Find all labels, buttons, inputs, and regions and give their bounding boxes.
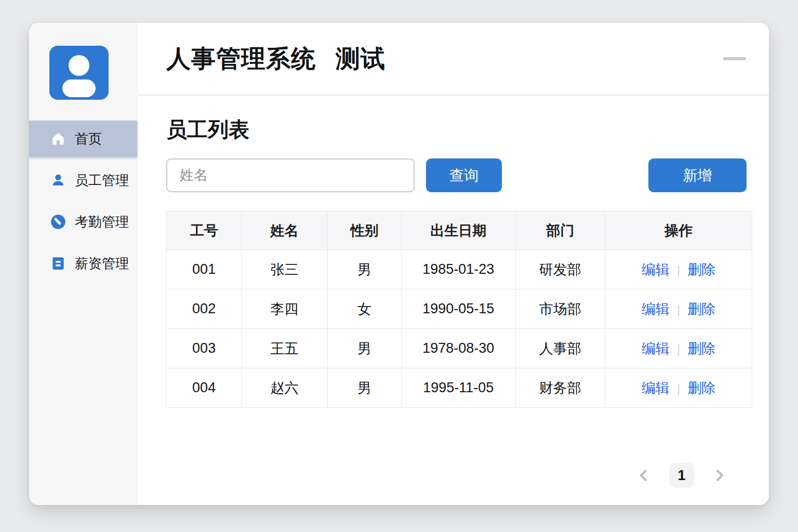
add-button[interactable]: 新增 — [648, 158, 747, 192]
cell-birthdate: 1990-05-15 — [401, 289, 515, 329]
previous-page-button[interactable] — [635, 467, 653, 484]
cell-name: 李四 — [242, 289, 328, 329]
cell-department: 研发部 — [515, 250, 605, 289]
sidebar-item-home[interactable]: 首页 — [29, 121, 137, 157]
cell-name: 王五 — [242, 329, 328, 368]
header-department: 部门 — [515, 211, 605, 250]
action-separator: | — [677, 263, 680, 277]
cell-gender: 男 — [327, 250, 401, 289]
home-icon — [50, 130, 66, 147]
delete-link[interactable]: 删除 — [687, 262, 715, 277]
header-gender: 性别 — [327, 211, 401, 250]
sidebar-item-salary[interactable]: 薪资管理 — [29, 245, 137, 282]
cell-birthdate: 1995-11-05 — [401, 368, 515, 408]
cell-name: 赵六 — [242, 368, 328, 408]
user-avatar-icon — [49, 46, 109, 100]
cell-gender: 女 — [327, 289, 401, 329]
cell-id: 002 — [167, 289, 242, 329]
main-area: 人事管理系统测试 员工列表 查询 新增 工号 — [138, 23, 769, 505]
cell-actions: 编辑|删除 — [605, 250, 752, 289]
edit-link[interactable]: 编辑 — [642, 341, 670, 356]
page-number[interactable]: 1 — [669, 463, 694, 488]
cell-id: 004 — [167, 368, 242, 408]
cell-actions: 编辑|删除 — [605, 289, 752, 329]
edit-link[interactable]: 编辑 — [642, 262, 670, 277]
header-birthdate: 出生日期 — [401, 211, 515, 250]
cell-actions: 编辑|删除 — [605, 368, 752, 408]
cell-gender: 男 — [327, 368, 401, 408]
cell-birthdate: 1978-08-30 — [401, 329, 515, 368]
name-search-input[interactable] — [166, 158, 415, 192]
avatar — [49, 46, 109, 100]
cell-id: 001 — [167, 250, 242, 289]
page-title: 员工列表 — [166, 115, 750, 144]
sidebar-item-employees[interactable]: 员工管理 — [29, 162, 137, 198]
sidebar-item-label: 员工管理 — [75, 171, 129, 190]
app-title-text: 人事管理系统 — [166, 45, 316, 72]
cell-department: 市场部 — [515, 289, 605, 329]
employee-table: 工号 姓名 性别 出生日期 部门 操作 001 张三 男 1985-01-23 — [166, 211, 752, 408]
cell-department: 人事部 — [515, 329, 605, 368]
sidebar-item-label: 薪资管理 — [75, 255, 129, 273]
action-separator: | — [677, 342, 680, 356]
sidebar-item-attendance[interactable]: 考勤管理 — [29, 204, 137, 240]
app-title: 人事管理系统测试 — [166, 43, 385, 75]
edit-link[interactable]: 编辑 — [642, 380, 670, 396]
titlebar: 人事管理系统测试 — [138, 23, 769, 96]
table-row: 001 张三 男 1985-01-23 研发部 编辑|删除 — [167, 250, 752, 289]
delete-link[interactable]: 删除 — [687, 301, 715, 317]
action-separator: | — [677, 381, 680, 395]
minimize-icon — [723, 57, 746, 60]
clock-icon — [50, 214, 66, 230]
chevron-left-icon — [636, 468, 651, 483]
pagination: 1 — [166, 463, 750, 488]
header-name: 姓名 — [242, 211, 328, 250]
minimize-button[interactable] — [723, 52, 746, 65]
edit-link[interactable]: 编辑 — [642, 301, 670, 317]
toolbar: 查询 新增 — [166, 158, 750, 192]
query-button[interactable]: 查询 — [426, 158, 502, 192]
table-header-row: 工号 姓名 性别 出生日期 部门 操作 — [167, 211, 752, 250]
sidebar: 首页 员工管理 考勤管理 — [29, 23, 138, 505]
content: 员工列表 查询 新增 工号 姓名 性别 出生日期 部门 — [138, 96, 769, 505]
app-window: 首页 员工管理 考勤管理 — [29, 23, 769, 505]
chevron-right-icon — [712, 468, 727, 483]
cell-actions: 编辑|删除 — [605, 329, 752, 368]
sidebar-nav: 首页 员工管理 考勤管理 — [29, 121, 137, 287]
sidebar-item-label: 考勤管理 — [75, 213, 129, 231]
action-separator: | — [677, 302, 680, 316]
table-row: 003 王五 男 1978-08-30 人事部 编辑|删除 — [167, 329, 752, 368]
cell-gender: 男 — [327, 329, 401, 368]
delete-link[interactable]: 删除 — [687, 341, 715, 356]
next-page-button[interactable] — [711, 467, 728, 484]
app-title-suffix: 测试 — [336, 45, 385, 72]
table-row: 002 李四 女 1990-05-15 市场部 编辑|删除 — [167, 289, 752, 329]
table-row: 004 赵六 男 1995-11-05 财务部 编辑|删除 — [167, 368, 752, 408]
cell-birthdate: 1985-01-23 — [401, 250, 515, 289]
sidebar-item-label: 首页 — [75, 130, 102, 148]
cell-department: 财务部 — [515, 368, 605, 408]
ledger-icon — [50, 255, 66, 272]
user-icon — [50, 172, 66, 189]
cell-name: 张三 — [242, 250, 328, 289]
header-id: 工号 — [167, 211, 242, 250]
header-actions: 操作 — [605, 211, 752, 250]
cell-id: 003 — [167, 329, 242, 368]
delete-link[interactable]: 删除 — [687, 380, 715, 396]
